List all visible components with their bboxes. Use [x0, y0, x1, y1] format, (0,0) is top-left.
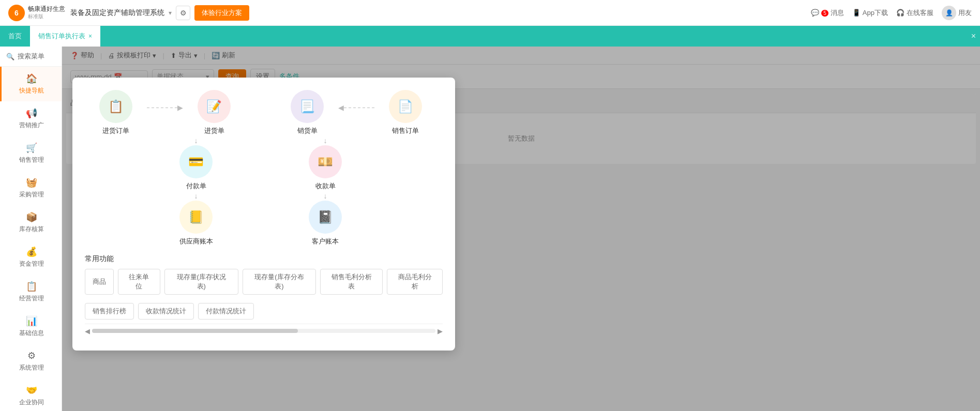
content-area: ❓ 帮助 | 🖨 按模板打印 ▾ | ⬆ 导出 ▾ | 🔄 刷新 — [62, 47, 980, 411]
logo-icon: 6 — [8, 5, 25, 21]
collab-label: 企业协同 — [19, 398, 44, 407]
logo-sub: 标准版 — [28, 13, 65, 20]
sidebar-item-basic-info[interactable]: 📊 基础信息 — [0, 309, 62, 344]
message-button[interactable]: 💬 5 消息 — [811, 8, 844, 18]
purchase-bill-label: 进货单 — [204, 126, 224, 135]
search-icon: 🔍 — [6, 53, 14, 60]
sales-order-label: 销售订单 — [392, 126, 419, 135]
system-icon: ⚙ — [27, 350, 36, 361]
common-btn-1[interactable]: 往来单位 — [118, 269, 160, 295]
system-title: 装备及固定资产辅助管理系统 — [70, 8, 164, 18]
sales-label: 销售管理 — [19, 156, 44, 164]
receipt-icon: 💴 — [309, 145, 342, 178]
message-icon: 💬 — [811, 9, 819, 17]
sidebar: 🔍 搜索菜单 🏠 快捷导航 📢 营销推广 🛒 销售管理 🧺 采购管理 📦 库存核… — [0, 47, 62, 411]
tab-sales-order[interactable]: 销售订单执行表 × — [30, 26, 100, 47]
receipt-label: 收款单 — [315, 181, 336, 191]
app-download-button[interactable]: 📱 App下载 — [852, 8, 888, 18]
purchase-icon: 🧺 — [26, 177, 37, 188]
message-label: 消息 — [831, 8, 844, 18]
common-btn-3[interactable]: 现存量(库存分布表) — [243, 269, 316, 295]
flow-item-payment[interactable]: 💳 付款单 — [165, 145, 227, 191]
main-layout: 🔍 搜索菜单 🏠 快捷导航 📢 营销推广 🛒 销售管理 🧺 采购管理 📦 库存核… — [0, 47, 980, 411]
common-btn-5[interactable]: 商品毛利分析 — [387, 269, 443, 295]
common-btns: 商品往来单位现存量(库存状况表)现存量(库存分布表)销售毛利分析表商品毛利分析销… — [85, 269, 443, 319]
settings-button[interactable]: ⚙ — [176, 6, 190, 20]
sidebar-item-marketing[interactable]: 📢 营销推广 — [0, 101, 62, 136]
sidebar-item-finance[interactable]: 💰 资金管理 — [0, 240, 62, 275]
operation-icon: 📋 — [26, 281, 37, 292]
common-section-title: 常用功能 — [85, 254, 443, 264]
scroll-hint[interactable]: ◀ ▶ — [85, 324, 443, 338]
flow-item-purchase-bill[interactable]: 📝 进货单 — [183, 90, 245, 135]
collab-icon: 🤝 — [26, 385, 37, 396]
tab-sales-close[interactable]: × — [88, 33, 92, 40]
modal-overlay: 📋 进货订单 ▶ 📝 进货单 — [62, 47, 980, 411]
payment-label: 付款单 — [186, 181, 206, 191]
system-dropdown-icon[interactable]: ▾ — [169, 9, 172, 17]
purchase-label: 采购管理 — [19, 190, 44, 199]
modal: 📋 进货订单 ▶ 📝 进货单 — [72, 78, 455, 351]
top-header: 6 畅康通好生意 标准版 装备及固定资产辅助管理系统 ▾ ⚙ 体验行业方案 💬 … — [0, 0, 980, 26]
sales-order-icon: 📄 — [389, 90, 422, 123]
customer-ledger-label: 客户账本 — [312, 237, 339, 246]
purchase-order-label: 进货订单 — [102, 126, 129, 135]
common-btn-0[interactable]: 商品 — [85, 269, 114, 295]
service-icon: 🎧 — [896, 9, 904, 17]
supplier-ledger-icon: 📒 — [179, 201, 213, 234]
sidebar-item-collab[interactable]: 🤝 企业协同 — [0, 378, 62, 411]
common-btn-7[interactable]: 收款情况统计 — [138, 303, 194, 319]
basic-info-label: 基础信息 — [19, 329, 44, 338]
flow-item-purchase-order[interactable]: 📋 进货订单 — [85, 90, 147, 135]
app-download-label: App下载 — [863, 8, 888, 18]
common-btn-8[interactable]: 付款情况统计 — [198, 303, 254, 319]
flow-item-supplier-ledger[interactable]: 📒 供应商账本 — [165, 201, 227, 246]
system-label: 系统管理 — [19, 363, 44, 372]
sales-icon: 🛒 — [26, 142, 37, 154]
scroll-left-arrow[interactable]: ◀ — [85, 327, 90, 335]
payment-icon: 💳 — [179, 145, 213, 178]
common-btn-2[interactable]: 现存量(库存状况表) — [164, 269, 238, 295]
logo-area: 6 畅康通好生意 标准版 — [8, 5, 70, 21]
sidebar-item-quick-nav[interactable]: 🏠 快捷导航 — [0, 67, 62, 101]
sidebar-item-purchase[interactable]: 🧺 采购管理 — [0, 171, 62, 205]
customer-service-button[interactable]: 🎧 在线客服 — [896, 8, 933, 18]
search-menu-item[interactable]: 🔍 搜索菜单 — [0, 47, 62, 67]
customer-service-label: 在线客服 — [907, 8, 933, 18]
tab-sales-label: 销售订单执行表 — [38, 32, 85, 41]
flow-item-sales-order[interactable]: 📄 销售订单 — [374, 90, 436, 135]
logo-text: 畅康通好生意 — [28, 5, 65, 13]
customer-ledger-icon: 📓 — [309, 201, 342, 234]
tab-bar: 首页 销售订单执行表 × × — [0, 26, 980, 47]
scroll-right-arrow[interactable]: ▶ — [438, 327, 443, 335]
supplier-ledger-label: 供应商账本 — [179, 237, 213, 246]
common-btn-6[interactable]: 销售排行榜 — [85, 303, 134, 319]
marketing-icon: 📢 — [26, 108, 37, 119]
tab-home[interactable]: 首页 — [0, 26, 30, 47]
flow-item-customer-ledger[interactable]: 📓 客户账本 — [294, 201, 356, 246]
common-btn-4[interactable]: 销售毛利分析表 — [320, 269, 383, 295]
logo-text-wrap: 畅康通好生意 标准版 — [28, 5, 65, 21]
sales-bill-label: 销货单 — [297, 126, 318, 135]
flow-item-receipt[interactable]: 💴 收款单 — [294, 145, 356, 191]
finance-icon: 💰 — [26, 246, 37, 257]
marketing-label: 营销推广 — [19, 121, 44, 130]
sidebar-item-operation[interactable]: 📋 经营管理 — [0, 275, 62, 309]
basic-info-icon: 📊 — [26, 315, 37, 327]
sidebar-item-system[interactable]: ⚙ 系统管理 — [0, 344, 62, 378]
tab-close-all-button[interactable]: × — [971, 32, 976, 41]
quick-nav-icon: 🏠 — [26, 73, 37, 84]
sidebar-item-inventory[interactable]: 📦 库存核算 — [0, 205, 62, 240]
common-section: 常用功能 商品往来单位现存量(库存状况表)现存量(库存分布表)销售毛利分析表商品… — [85, 254, 443, 319]
sidebar-item-sales[interactable]: 🛒 销售管理 — [0, 136, 62, 171]
user-menu[interactable]: 👤 用友 — [942, 6, 972, 20]
flow-item-sales-bill[interactable]: 📃 销货单 — [276, 90, 338, 135]
scroll-track[interactable] — [92, 329, 435, 333]
app-icon: 📱 — [852, 9, 861, 17]
experience-button[interactable]: 体验行业方案 — [194, 5, 249, 21]
quick-nav-label: 快捷导航 — [19, 86, 44, 95]
tab-home-label: 首页 — [8, 32, 22, 41]
operation-label: 经营管理 — [19, 294, 44, 303]
finance-label: 资金管理 — [19, 260, 44, 268]
user-label: 用友 — [958, 8, 972, 18]
